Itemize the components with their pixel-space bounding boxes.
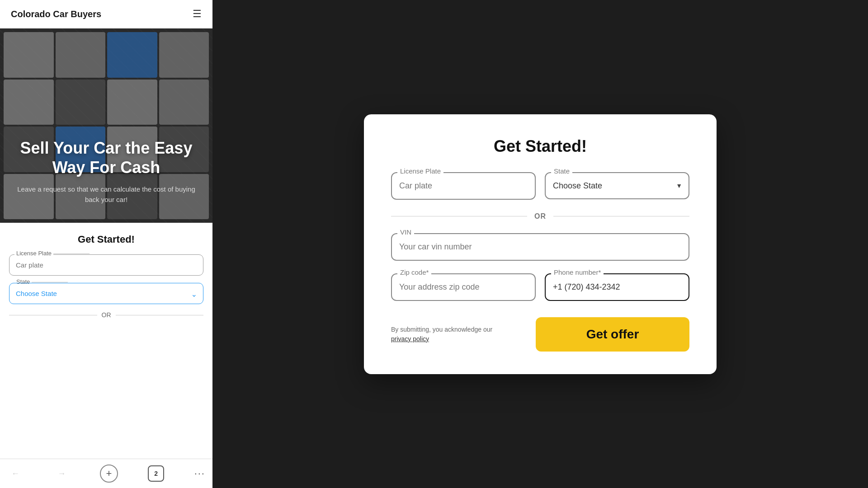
desktop-zip-field: Zip code* — [391, 273, 536, 301]
get-offer-button[interactable]: Get offer — [536, 317, 689, 352]
desktop-or-line-left — [391, 216, 527, 216]
desktop-phone-label: Phone number* — [551, 268, 604, 276]
mobile-state-select[interactable]: Choose State Colorado California Texas — [9, 283, 203, 304]
desktop-state-select-wrapper: Choose State Colorado California Texas N… — [545, 172, 689, 199]
mobile-or-line-left — [9, 315, 97, 315]
desktop-or-divider: OR — [391, 212, 689, 221]
mobile-state-select-wrapper: Choose State Colorado California Texas — [9, 283, 203, 304]
hero-section: Sell Your Car the Easy Way For Cash Leav… — [0, 28, 212, 223]
hero-text: Sell Your Car the Easy Way For Cash Leav… — [0, 138, 212, 205]
car-cell — [56, 80, 106, 125]
desktop-or-line-right — [553, 216, 689, 216]
add-tab-button[interactable]: + — [100, 465, 118, 483]
desktop-license-plate-input[interactable] — [391, 172, 536, 200]
car-cell — [4, 32, 54, 78]
back-button[interactable]: ← — [7, 465, 24, 482]
car-cell — [4, 80, 54, 125]
mobile-logo: Colorado Car Buyers — [11, 9, 101, 19]
mobile-license-plate-group: License Plate — [9, 254, 203, 276]
desktop-bottom-row: By submitting, you acknowledge our priva… — [391, 317, 689, 352]
mobile-license-plate-input[interactable] — [9, 254, 203, 276]
car-cell — [107, 32, 157, 78]
mobile-or-line-right — [116, 315, 204, 315]
desktop-state-label: State — [551, 167, 572, 175]
desktop-license-plate-field: License Plate — [391, 172, 536, 200]
car-cell — [159, 80, 209, 125]
desktop-form-title: Get Started! — [391, 137, 689, 156]
desktop-panel: Get Started! License Plate State Choose … — [212, 0, 868, 488]
desktop-vin-input[interactable] — [391, 233, 689, 261]
mobile-or-text: OR — [102, 311, 111, 319]
hero-subtitle: Leave a request so that we can calculate… — [14, 184, 199, 205]
desktop-privacy-prefix: By submitting, you acknowledge our — [391, 326, 492, 333]
desktop-plate-state-row: License Plate State Choose State Colorad… — [391, 172, 689, 200]
desktop-zip-input[interactable] — [391, 273, 536, 301]
mobile-panel: Colorado Car Buyers ☰ — [0, 0, 212, 488]
desktop-zip-label: Zip code* — [397, 268, 431, 276]
mobile-state-group: State Choose State Colorado California T… — [9, 283, 203, 304]
hero-title: Sell Your Car the Easy Way For Cash — [14, 138, 199, 177]
mobile-header: Colorado Car Buyers ☰ — [0, 0, 212, 28]
desktop-state-select[interactable]: Choose State Colorado California Texas N… — [545, 172, 689, 199]
desktop-vin-row: VIN — [391, 233, 689, 261]
forward-button[interactable]: → — [53, 465, 70, 482]
desktop-license-plate-label: License Plate — [397, 167, 443, 175]
desktop-vin-label: VIN — [397, 228, 414, 236]
desktop-privacy-text: By submitting, you acknowledge our priva… — [391, 325, 509, 344]
desktop-form-card: Get Started! License Plate State Choose … — [364, 114, 717, 374]
mobile-form-title: Get Started! — [9, 234, 203, 245]
car-cell — [107, 80, 157, 125]
hamburger-icon[interactable]: ☰ — [193, 8, 202, 20]
car-cell — [159, 32, 209, 78]
mobile-license-plate-label: License Plate — [14, 250, 53, 257]
desktop-state-field: State Choose State Colorado California T… — [545, 172, 689, 200]
privacy-policy-link[interactable]: privacy policy — [391, 335, 429, 343]
desktop-or-text: OR — [534, 212, 546, 221]
mobile-browser-bar: ← → + 2 ··· — [0, 459, 212, 488]
desktop-zip-phone-row: Zip code* Phone number* — [391, 273, 689, 301]
tab-count[interactable]: 2 — [148, 465, 164, 482]
desktop-phone-field: Phone number* — [545, 273, 689, 301]
mobile-form-card: Get Started! License Plate State Choose … — [0, 223, 212, 488]
desktop-vin-field: VIN — [391, 233, 689, 261]
car-cell — [56, 32, 106, 78]
more-options-button[interactable]: ··· — [194, 468, 205, 479]
desktop-phone-input[interactable] — [545, 273, 689, 301]
mobile-or-divider: OR — [9, 311, 203, 319]
